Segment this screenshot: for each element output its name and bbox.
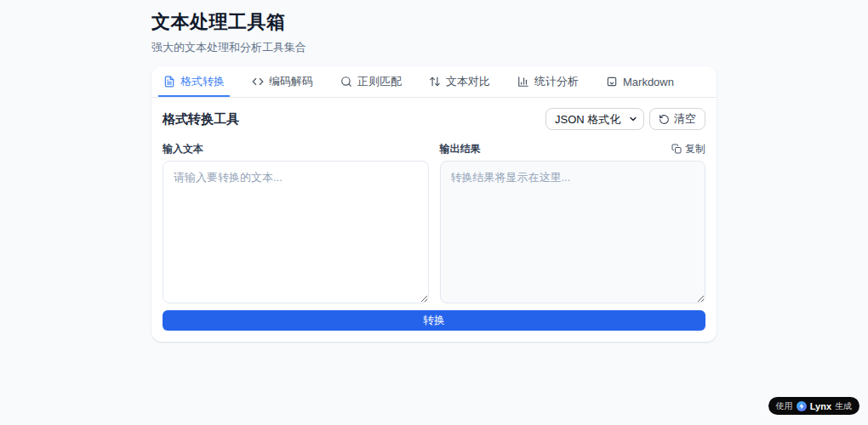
panel-title: 格式转换工具 (163, 111, 239, 128)
clear-button[interactable]: 清空 (649, 108, 705, 130)
clear-button-label: 清空 (674, 111, 696, 127)
tab-statistics[interactable]: 统计分析 (512, 66, 584, 97)
badge-prefix: 使用 (776, 400, 793, 412)
input-label: 输入文本 (163, 142, 203, 156)
search-icon (340, 76, 352, 88)
format-convert-panel: 格式转换工具 JSON 格式化 清空 (151, 98, 717, 342)
output-header: 输出结果 复制 (440, 141, 706, 156)
output-label: 输出结果 (440, 142, 481, 156)
tab-encode-decode[interactable]: 编码解码 (247, 66, 318, 97)
tab-bar: 格式转换 编码解码 正则匹配 文本对比 (151, 66, 717, 98)
panel-header: 格式转换工具 JSON 格式化 清空 (163, 108, 705, 130)
rotate-ccw-icon (659, 114, 670, 125)
tab-label: 格式转换 (180, 74, 225, 89)
tab-label: 文本对比 (446, 74, 490, 89)
file-text-icon (163, 76, 175, 88)
markdown-icon (606, 76, 618, 88)
tab-regex-match[interactable]: 正则匹配 (335, 66, 407, 97)
copy-icon (671, 144, 682, 154)
arrow-up-down-icon (429, 76, 441, 88)
mode-select[interactable]: JSON 格式化 (545, 108, 644, 130)
page-subtitle: 强大的文本处理和分析工具集合 (151, 40, 717, 55)
code-icon (252, 76, 264, 88)
bar-chart-icon (517, 76, 529, 88)
convert-button[interactable]: 转换 (163, 310, 705, 331)
badge-suffix: 生成 (835, 400, 852, 412)
page-title: 文本处理工具箱 (151, 9, 717, 35)
copy-button-label: 复制 (685, 142, 705, 156)
lynx-logo-icon (797, 401, 807, 411)
tab-format-convert[interactable]: 格式转换 (158, 66, 230, 97)
copy-button[interactable]: 复制 (671, 142, 705, 156)
tab-label: 正则匹配 (357, 74, 402, 89)
mode-select-wrap: JSON 格式化 (545, 108, 644, 130)
page-container: 文本处理工具箱 强大的文本处理和分析工具集合 格式转换 编码解码 正则匹配 (151, 0, 717, 342)
tab-label: 统计分析 (534, 74, 579, 89)
io-grid: 输入文本 输出结果 复制 (163, 141, 705, 303)
main-card: 格式转换 编码解码 正则匹配 文本对比 (151, 66, 717, 342)
tab-text-compare[interactable]: 文本对比 (424, 66, 495, 97)
lynx-generated-badge[interactable]: 使用 Lynx 生成 (768, 397, 859, 415)
output-textarea[interactable] (440, 161, 706, 303)
input-column: 输入文本 (163, 141, 429, 303)
output-column: 输出结果 复制 (440, 141, 706, 303)
input-header: 输入文本 (163, 141, 429, 156)
panel-controls: JSON 格式化 清空 (545, 108, 705, 130)
badge-brand: Lynx (810, 401, 831, 411)
input-textarea[interactable] (163, 161, 429, 303)
tab-label: Markdown (623, 76, 674, 88)
tab-markdown[interactable]: Markdown (601, 66, 679, 97)
tab-label: 编码解码 (269, 74, 313, 89)
